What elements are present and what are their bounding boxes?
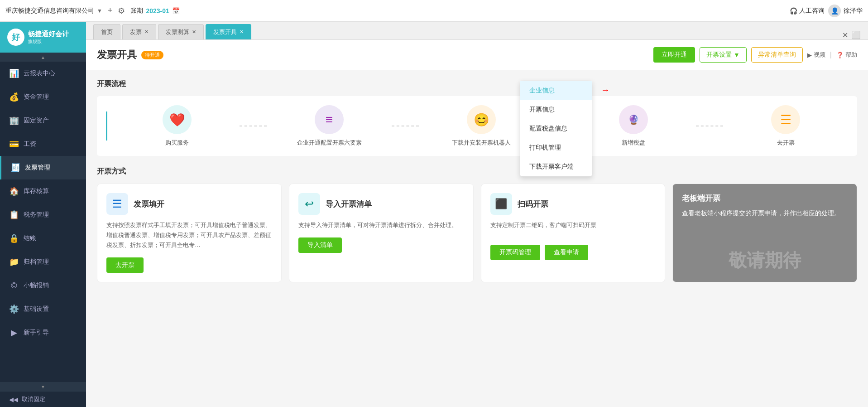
billing-card-2-header: ↩ 导入开票清单 <box>298 193 464 215</box>
sidebar-logo: 好 畅捷通好会计 旗舰版 <box>0 22 86 53</box>
sidebar-item-xiaochang[interactable]: © 小畅报销 <box>0 274 86 297</box>
activate-button[interactable]: 立即开通 <box>653 47 695 63</box>
tab-fapiaokaju[interactable]: 发票开具 ✕ <box>206 24 251 39</box>
dropdown-label-download: 下载开票客户端 <box>529 163 574 170</box>
support-button[interactable]: 🎧 人工咨询 <box>790 7 825 15</box>
sidebar-item-xinshou[interactable]: ▶ 新手引导 <box>0 321 86 344</box>
settings-icon[interactable]: ⚙ <box>118 6 125 16</box>
gudingzichan-icon: 🏢 <box>9 116 19 126</box>
period-value: 2023-01 <box>146 7 169 15</box>
gongzi-icon: 💳 <box>9 139 19 149</box>
tab-fapiaocesuan-close[interactable]: ✕ <box>192 29 196 35</box>
flow-icon-2: ≡ <box>315 105 344 134</box>
billing-card-2-title: 导入开票清单 <box>326 199 372 209</box>
help-button[interactable]: ❓ 帮助 <box>836 51 857 59</box>
tab-fapiaokaju-label: 发票开具 <box>213 28 237 36</box>
flow-label-2: 企业开通配置开票六要素 <box>297 139 362 147</box>
billing-card-3-btn2[interactable]: 查看申请 <box>545 245 588 260</box>
sidebar-label-xiaochang: 小畅报销 <box>24 281 49 290</box>
account-period: 账期 2023-01 📅 <box>130 7 179 15</box>
tab-fapiaocesuan-label: 发票测算 <box>166 28 189 36</box>
billing-methods: ☰ 发票填开 支持按照发票样式手工填开发票；可开具增值税电子普通发票、增值税普通… <box>97 184 857 282</box>
sidebar-item-zijin[interactable]: 💰 资金管理 <box>0 85 86 109</box>
sidebar-item-jiezhang[interactable]: 🔒 结账 <box>0 227 86 250</box>
dropdown-item-printer[interactable]: 打印机管理 <box>520 138 592 157</box>
sidebar-scroll-up[interactable]: ▲ <box>0 53 86 62</box>
sidebar-label-fapiao: 发票管理 <box>25 164 50 172</box>
logo-text-group: 畅捷通好会计 旗舰版 <box>28 29 69 45</box>
page-content: 开票流程 ❤️ 购买服务 ≡ 企业开通配置开票六要素 😊 <box>86 70 868 291</box>
flow-steps: ❤️ 购买服务 ≡ 企业开通配置开票六要素 😊 下载并安装开票机器人 <box>97 96 857 156</box>
sidebar-item-shuiwu[interactable]: 📋 税务管理 <box>0 203 86 227</box>
flow-icon-5: ☰ <box>771 105 800 134</box>
period-label: 账期 <box>130 7 143 15</box>
settings-button[interactable]: 开票设置 ▼ <box>700 47 747 63</box>
flow-icon-4: 🔮 <box>619 105 648 134</box>
tab-fapiaocesuan[interactable]: 发票测算 ✕ <box>158 24 204 39</box>
dropdown-label-company: 企业信息 <box>529 87 555 94</box>
window-close-btn[interactable]: ✕ <box>842 31 848 39</box>
dropdown-label-taxdisk: 配置税盘信息 <box>529 125 567 132</box>
tab-home-label: 首页 <box>101 28 113 36</box>
sidebar-item-kucun[interactable]: 🏠 库存核算 <box>0 179 86 203</box>
billing-card-1-btn[interactable]: 去开票 <box>106 257 144 273</box>
dropdown-item-taxdisk[interactable]: 配置税盘信息 <box>520 119 592 138</box>
sidebar-item-jichushezhi[interactable]: ⚙️ 基础设置 <box>0 297 86 321</box>
tab-fapiao[interactable]: 发票 ✕ <box>122 24 156 39</box>
flow-label-4: 新增税盘 <box>622 139 645 147</box>
sidebar-item-gongzi[interactable]: 💳 工资 <box>0 132 86 156</box>
help-icon: ❓ <box>836 52 844 58</box>
headset-icon: 🎧 <box>790 7 797 15</box>
window-controls: ✕ ⬜ <box>842 31 861 39</box>
tab-fapiaokaju-close[interactable]: ✕ <box>240 29 244 35</box>
logo-title: 畅捷通好会计 <box>28 29 69 39</box>
anomaly-button[interactable]: 异常清单查询 <box>751 47 803 63</box>
billing-card-3-btns: 开票码管理 查看申请 <box>490 237 656 260</box>
billing-card-3-desc: 支持定制开票二维码，客户端可扫码开票 <box>490 220 656 230</box>
dropdown-item-download[interactable]: 下载开票客户端 <box>520 157 592 176</box>
sidebar-label-gudingzichan: 固定资产 <box>24 116 49 125</box>
sidebar-item-guidang[interactable]: 📁 归档管理 <box>0 250 86 274</box>
flow-icon-1: ❤️ <box>163 105 192 134</box>
sidebar-item-fapiao[interactable]: 🧾 发票管理 <box>0 156 86 179</box>
dropdown-item-invoice[interactable]: 开票信息 <box>520 100 592 119</box>
billing-card-2: ↩ 导入开票清单 支持导入待开票清单，可对待开票清单进行拆分、合并处理。 导入清… <box>289 184 474 282</box>
billing-card-4-overlay-text: 敬请期待 <box>673 248 857 273</box>
guidang-icon: 📁 <box>9 257 19 267</box>
sidebar-label-zijin: 资金管理 <box>24 93 49 101</box>
tab-home[interactable]: 首页 <box>93 24 120 39</box>
video-label: 视频 <box>814 51 825 59</box>
page-title-group: 发票开具 待开通 <box>97 48 163 62</box>
user-info[interactable]: 👤 徐泽华 <box>828 5 863 17</box>
tab-fapiao-close[interactable]: ✕ <box>144 29 149 35</box>
dropdown-item-company[interactable]: 企业信息 → <box>520 81 592 100</box>
window-maximize-btn[interactable]: ⬜ <box>852 31 861 39</box>
chevron-down-icon: ▼ <box>734 51 740 58</box>
flow-label-3: 下载并安装开票机器人 <box>452 139 511 147</box>
calendar-icon[interactable]: 📅 <box>172 7 180 15</box>
sidebar-unpin[interactable]: ◀◀ 取消固定 <box>0 391 86 407</box>
top-right-controls: 🎧 人工咨询 👤 徐泽华 <box>790 5 863 17</box>
xinshou-icon: ▶ <box>9 328 19 338</box>
billing-card-4-desc: 查看老板端小程序提交的开票申请，并作出相应的处理。 <box>682 208 848 219</box>
help-label: 帮助 <box>845 51 857 59</box>
billing-card-2-btn[interactable]: 导入清单 <box>298 237 342 253</box>
company-selector[interactable]: 重庆畅捷交通信息咨询有限公司 ▼ <box>5 7 102 15</box>
sidebar-label-shuiwu: 税务管理 <box>24 211 49 219</box>
billing-card-3-title: 扫码开票 <box>518 199 548 209</box>
sidebar-item-yunbao[interactable]: 📊 云报表中心 <box>0 62 86 85</box>
sidebar-item-gudingzichan[interactable]: 🏢 固定资产 <box>0 109 86 132</box>
unpin-label: 取消固定 <box>22 395 45 403</box>
video-button[interactable]: ▶ 视频 <box>807 51 825 59</box>
dropdown-label-printer: 打印机管理 <box>529 144 561 151</box>
sidebar-label-jiezhang: 结账 <box>24 234 36 242</box>
logo-icon: 好 <box>7 29 24 46</box>
play-icon: ▶ <box>807 52 812 58</box>
billing-card-3-btn1[interactable]: 开票码管理 <box>490 245 540 260</box>
right-panel: 首页 发票 ✕ 发票测算 ✕ 发票开具 ✕ ✕ ⬜ <box>86 22 868 407</box>
sidebar-scroll-down[interactable]: ▼ <box>0 382 86 391</box>
add-icon[interactable]: + <box>108 6 113 15</box>
xiaochang-icon: © <box>9 281 19 291</box>
sidebar-label-xinshou: 新手引导 <box>24 329 49 337</box>
top-bar: 重庆畅捷交通信息咨询有限公司 ▼ + ⚙ 账期 2023-01 📅 🎧 人工咨询… <box>0 0 868 22</box>
